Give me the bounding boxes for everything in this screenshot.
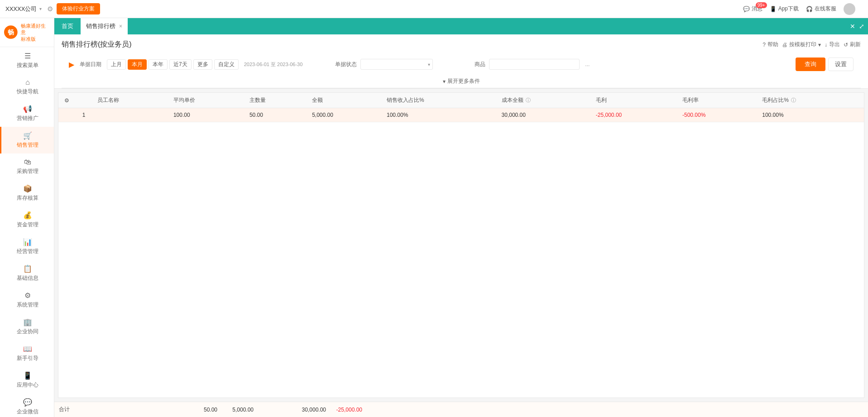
expand-chevron-icon: ▾: [443, 78, 446, 85]
expand-arrow-icon[interactable]: ▶: [69, 60, 74, 69]
sidebar-item-sales[interactable]: 🛒 销售管理: [0, 127, 54, 153]
tab-close-window-icon[interactable]: ✕: [850, 23, 855, 30]
sidebar-item-operations[interactable]: 📊 经营管理: [0, 233, 54, 260]
enterprise-icon: 🏢: [23, 318, 32, 326]
footer-amount: 5,000.00: [222, 407, 258, 413]
app-label: App下载: [778, 5, 799, 13]
sidebar-logo: 畅 畅康通好生意 标准版: [0, 18, 54, 47]
goods-filter-label: 商品: [475, 61, 485, 68]
sidebar-item-label: 基础信息: [17, 274, 38, 282]
sidebar-item-label: 搜索菜单: [17, 62, 38, 69]
tab-close-icon[interactable]: ×: [119, 23, 122, 29]
print-icon: 🖨: [782, 42, 787, 48]
expand-more-button[interactable]: ▾ 展开更多条件: [443, 77, 480, 85]
sidebar-item-wechat[interactable]: 💬 企业微信: [0, 393, 54, 417]
tab-label: 销售排行榜: [86, 22, 115, 30]
col-sales-pct: 销售收入占比%: [382, 93, 497, 108]
sidebar: 畅 畅康通好生意 标准版 ☰ 搜索菜单 ⌂ 快捷导航 📢 营销推广 🛒 销售管理…: [0, 18, 54, 417]
sidebar-item-label: 采购管理: [17, 168, 38, 175]
cell-rank: 1: [75, 108, 93, 122]
sidebar-item-quick-nav[interactable]: ⌂ 快捷导航: [0, 74, 54, 100]
ranking-table: ⚙ 员工名称 平均单价 主数量 全额 销售收入占比% 成本全额 ⓘ 毛利 毛利率…: [58, 93, 864, 122]
system-icon: ⚙: [24, 291, 31, 300]
settings-button[interactable]: 设置: [828, 58, 854, 71]
company-settings-icon[interactable]: ⚙: [47, 5, 53, 13]
date-btn-this-year[interactable]: 本年: [149, 59, 168, 70]
tab-sales-ranking[interactable]: 销售排行榜 ×: [81, 18, 128, 34]
message-icon: 💬: [743, 6, 750, 12]
date-range-display: 2023-06-01 至 2023-06-30: [244, 61, 303, 68]
sidebar-item-purchase[interactable]: 🛍 采购管理: [0, 153, 54, 180]
date-btn-more[interactable]: 更多: [193, 59, 212, 70]
col-cost: 成本全额 ⓘ: [497, 93, 591, 108]
app-download-button[interactable]: 📱 App下载: [770, 5, 799, 13]
cell-cost: 30,000.00: [497, 108, 591, 122]
sidebar-item-label: 销售管理: [17, 141, 38, 149]
export-icon: ↓: [825, 42, 827, 48]
cost-info-icon[interactable]: ⓘ: [526, 97, 531, 103]
filter-more-icon[interactable]: ...: [585, 61, 590, 67]
message-button[interactable]: 💬 消息 99+: [743, 5, 762, 13]
tab-bar-actions: ✕ ⤢: [850, 23, 868, 30]
col-qty: 主数量: [245, 93, 307, 108]
date-btn-last-month[interactable]: 上月: [107, 59, 126, 70]
goods-filter-input[interactable]: [489, 59, 580, 70]
sidebar-item-system[interactable]: ⚙ 系统管理: [0, 287, 54, 313]
sidebar-item-finance[interactable]: 💰 资金管理: [0, 206, 54, 233]
online-service-button[interactable]: 🎧 在线客服: [806, 5, 836, 13]
page-title-row: 销售排行榜(按业务员) ? 帮助 🖨 按模板打印 ▾ ↓: [62, 40, 861, 49]
tab-maximize-icon[interactable]: ⤢: [859, 23, 864, 30]
expand-more-row: ▾ 展开更多条件: [62, 75, 861, 88]
print-button[interactable]: 🖨 按模板打印 ▾: [782, 41, 821, 48]
guide-icon: 📖: [23, 345, 32, 353]
sidebar-item-marketing[interactable]: 📢 营销推广: [0, 100, 54, 127]
sidebar-item-search-order[interactable]: ☰ 搜索菜单: [0, 47, 54, 74]
sidebar-item-label: 营销推广: [17, 115, 38, 122]
sidebar-item-inventory[interactable]: 📦 库存核算: [0, 180, 54, 206]
inventory-icon: 📦: [23, 184, 32, 193]
sidebar-item-guide[interactable]: 📖 新手引导: [0, 340, 54, 367]
service-icon: 🎧: [806, 6, 813, 12]
tab-bar: 首页 销售排行榜 × ✕ ⤢: [54, 18, 868, 34]
refresh-button[interactable]: ↺ 刷新: [844, 41, 861, 48]
sidebar-item-app-center[interactable]: 📱 应用中心: [0, 367, 54, 393]
cell-setting: [58, 108, 75, 122]
page-content: 销售排行榜(按业务员) ? 帮助 🖨 按模板打印 ▾ ↓: [54, 34, 868, 417]
help-icon: ?: [762, 42, 766, 48]
cell-qty: 50.00: [245, 108, 307, 122]
tab-home[interactable]: 首页: [54, 18, 81, 34]
filter-actions: 查询 设置: [796, 58, 854, 71]
purchase-icon: 🛍: [24, 158, 31, 166]
sidebar-item-label: 企业微信: [17, 408, 38, 416]
cell-gross-rate: -500.00%: [678, 108, 758, 122]
footer-gross: -25,000.00: [331, 407, 367, 413]
sidebar-item-basic-info[interactable]: 📋 基础信息: [0, 260, 54, 287]
col-amount: 全额: [307, 93, 382, 108]
sidebar-item-label: 库存核算: [17, 194, 38, 202]
date-btn-7days[interactable]: 近7天: [169, 59, 192, 70]
trial-button[interactable]: 体验行业方案: [57, 3, 100, 14]
refresh-icon: ↺: [844, 42, 848, 48]
col-gross: 毛利: [591, 93, 678, 108]
avatar[interactable]: [844, 3, 855, 15]
table-area: ⚙ 员工名称 平均单价 主数量 全额 销售收入占比% 成本全额 ⓘ 毛利 毛利率…: [58, 92, 864, 398]
app-center-icon: 📱: [23, 371, 32, 380]
date-filter-label: 单据日期: [80, 61, 101, 68]
status-filter-label: 单据状态: [335, 61, 357, 68]
query-button[interactable]: 查询: [796, 58, 825, 71]
date-btn-this-month[interactable]: 本月: [128, 59, 147, 70]
app-icon: 📱: [770, 6, 777, 12]
wechat-icon: 💬: [23, 398, 32, 407]
company-selector[interactable]: XXXXX公司 ▾: [5, 5, 42, 13]
filter-row: ▶ 单据日期 上月 本月 本年 近7天 更多 自定义 2023-06-01 至 …: [62, 54, 861, 75]
export-button[interactable]: ↓ 导出: [825, 41, 840, 48]
quick-nav-icon: ⌂: [25, 78, 30, 86]
date-btn-custom[interactable]: 自定义: [214, 59, 239, 70]
sidebar-item-enterprise[interactable]: 🏢 企业协同: [0, 313, 54, 340]
help-button[interactable]: ? 帮助: [762, 41, 778, 48]
col-setting[interactable]: ⚙: [58, 93, 75, 108]
sidebar-item-label: 资金管理: [17, 221, 38, 229]
gross-pct-info-icon[interactable]: ⓘ: [791, 97, 796, 103]
status-select[interactable]: [360, 59, 433, 70]
sidebar-item-label: 系统管理: [17, 301, 38, 309]
